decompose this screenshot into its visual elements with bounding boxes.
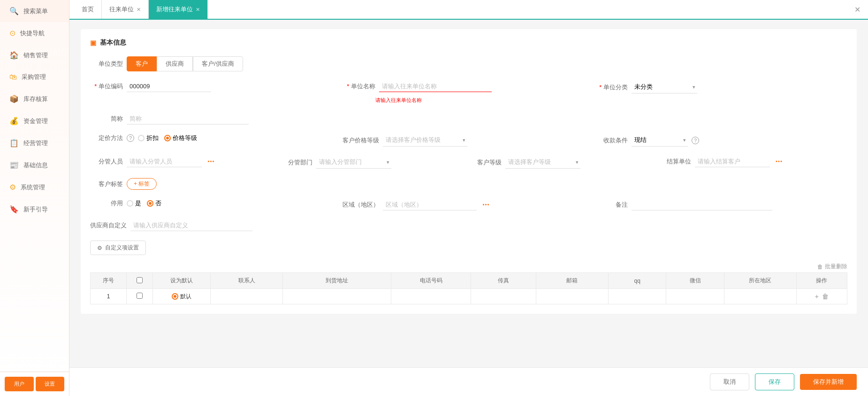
cancel-button[interactable]: 取消 <box>710 373 749 390</box>
col-action: 操作 <box>796 273 847 289</box>
sidebar-item-search[interactable]: 🔍 搜索菜单 <box>0 0 69 22</box>
short-name-input[interactable] <box>127 113 249 124</box>
fax-input[interactable] <box>474 293 533 300</box>
cell-contact[interactable] <box>210 289 282 304</box>
default-radio[interactable] <box>172 293 178 300</box>
cell-email[interactable] <box>536 289 608 304</box>
pricing-help-icon[interactable]: ? <box>127 134 134 142</box>
unit-code-input[interactable] <box>127 81 211 92</box>
address-input[interactable] <box>286 293 388 300</box>
remark-input[interactable] <box>632 199 772 210</box>
disable-yes-radio[interactable] <box>127 200 133 207</box>
basic-info-icon: 📰 <box>9 161 19 170</box>
settlement-unit-more-btn[interactable]: ··· <box>776 157 783 167</box>
row-checkbox[interactable] <box>137 293 143 299</box>
phone-input[interactable] <box>394 293 468 300</box>
sidebar-item-operations[interactable]: 📋 经营管理 <box>0 132 69 154</box>
region-more-btn[interactable]: ··· <box>482 200 489 210</box>
sidebar-item-system[interactable]: ⚙ 系统管理 <box>0 176 69 198</box>
sidebar-item-basic-info[interactable]: 📰 基础信息 <box>0 154 69 176</box>
customer-level-value[interactable]: 请选择客户等级 <box>505 156 580 169</box>
table-header-row: 序号 设为默认 联系人 到货地址 电话号码 传真 邮箱 qq 微信 <box>91 273 847 289</box>
add-row-btn[interactable]: + <box>814 292 820 301</box>
sidebar-bottom-btn1[interactable]: 用户 <box>5 377 34 391</box>
pricing-discount-label: 折扣 <box>146 134 159 142</box>
tab-new-partner-close[interactable]: ✕ <box>196 7 200 13</box>
department-select-wrapper: 请输入分管部门 <box>316 156 391 169</box>
batch-delete-btn[interactable]: 🗑 批量删除 <box>817 263 847 271</box>
sidebar-item-quick-nav[interactable]: ⊙ 快捷导航 <box>0 22 69 44</box>
contact-input[interactable] <box>213 293 280 300</box>
manager-more-btn[interactable]: ··· <box>207 157 214 167</box>
supplier-custom-input[interactable] <box>130 220 252 231</box>
disable-no-radio[interactable] <box>147 200 153 207</box>
default-radio-option[interactable]: 默认 <box>156 293 207 301</box>
email-input[interactable] <box>539 293 605 300</box>
unit-category-select-wrapper: 未分类 <box>632 81 697 93</box>
sidebar-bottom-btn2[interactable]: 设置 <box>36 377 65 391</box>
disable-no-option[interactable]: 否 <box>147 199 161 208</box>
select-all-checkbox[interactable] <box>137 277 143 283</box>
close-all-tabs[interactable]: ✕ <box>847 0 868 19</box>
payment-terms-select-wrapper: 现结 <box>632 134 688 147</box>
tab-partners-close[interactable]: ✕ <box>137 7 141 13</box>
tag-group: 客户标签 + 标签 <box>90 178 847 190</box>
pricing-level-option[interactable]: 价格等级 <box>164 134 197 142</box>
section-title: ▣ 基本信息 <box>90 39 847 47</box>
cell-qq[interactable] <box>609 289 666 304</box>
unit-name-input[interactable] <box>379 81 492 92</box>
unit-type-both[interactable]: 客户/供应商 <box>193 56 243 71</box>
wechat-input[interactable] <box>669 293 721 300</box>
cell-address[interactable] <box>283 289 391 304</box>
unit-type-supplier[interactable]: 供应商 <box>157 56 193 71</box>
unit-category-label: 单位分类 <box>595 83 628 92</box>
unit-category-value[interactable]: 未分类 <box>632 81 697 93</box>
department-value[interactable]: 请输入分管部门 <box>316 156 391 169</box>
tab-home[interactable]: 首页 <box>74 0 102 19</box>
manager-input[interactable] <box>127 156 202 167</box>
sidebar-item-inventory[interactable]: 📦 库存核算 <box>0 88 69 110</box>
col-phone: 电话号码 <box>391 273 471 289</box>
payment-terms-label: 收款条件 <box>595 136 628 145</box>
cell-phone[interactable] <box>391 289 471 304</box>
remark-label: 备注 <box>595 201 628 209</box>
col-no: 序号 <box>91 273 127 289</box>
section-title-text: 基本信息 <box>100 39 126 47</box>
add-tag-btn[interactable]: + 标签 <box>127 178 157 190</box>
row-region-input[interactable] <box>727 293 793 300</box>
guide-icon: 🔖 <box>9 205 19 214</box>
cell-wechat[interactable] <box>666 289 724 304</box>
unit-type-customer[interactable]: 客户 <box>127 56 157 71</box>
region-group: 区域（地区） ··· <box>343 199 595 210</box>
disable-yes-option[interactable]: 是 <box>127 199 141 208</box>
sidebar-item-sales[interactable]: 🏠 销售管理 <box>0 44 69 66</box>
col-email: 邮箱 <box>536 273 608 289</box>
save-button[interactable]: 保存 <box>755 373 794 390</box>
pricing-level-radio[interactable] <box>164 135 171 141</box>
cell-fax[interactable] <box>471 289 536 304</box>
sidebar-label-finance: 资金管理 <box>23 117 48 125</box>
sidebar-item-purchase[interactable]: 🛍 采购管理 <box>0 66 69 88</box>
cell-region[interactable] <box>724 289 796 304</box>
pricing-discount-radio[interactable] <box>138 135 145 141</box>
region-input[interactable] <box>383 199 477 210</box>
tab-partners[interactable]: 往来单位 ✕ <box>102 0 149 19</box>
payment-terms-group: 收款条件 现结 ? <box>595 134 847 147</box>
customer-level-group: 客户等级 请选择客户等级 <box>469 156 658 169</box>
col-checkbox <box>127 273 153 289</box>
settlement-unit-input[interactable] <box>695 156 770 167</box>
sidebar-item-guide[interactable]: 🔖 新手引导 <box>0 198 69 220</box>
qq-input[interactable] <box>611 293 663 300</box>
payment-terms-help[interactable]: ? <box>692 137 699 144</box>
delete-row-btn[interactable]: 🗑 <box>821 292 830 301</box>
sidebar-item-finance[interactable]: 💰 资金管理 <box>0 110 69 132</box>
payment-terms-value[interactable]: 现结 <box>632 134 688 147</box>
customer-level-select-wrapper: 请选择客户等级 <box>505 156 580 169</box>
customer-price-level-value[interactable]: 请选择客户价格等级 <box>383 134 467 147</box>
custom-settings-btn[interactable]: ⚙ 自定义项设置 <box>90 241 146 255</box>
save-new-button[interactable]: 保存并新增 <box>800 374 857 390</box>
cell-checkbox <box>127 289 153 304</box>
pricing-discount-option[interactable]: 折扣 <box>138 134 159 142</box>
tab-partners-label: 往来单位 <box>109 5 134 14</box>
tab-new-partner[interactable]: 新增往来单位 ✕ <box>149 0 208 19</box>
